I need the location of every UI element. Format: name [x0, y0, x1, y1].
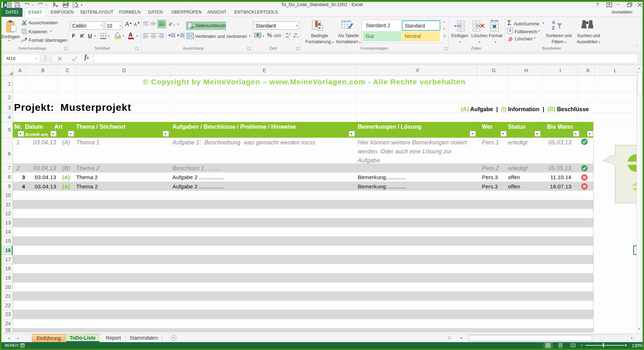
svg-text:A: A: [552, 20, 555, 25]
svg-text:≠: ≠: [318, 26, 321, 30]
svg-text:,0: ,0: [288, 33, 291, 35]
svg-text:Z: Z: [552, 25, 555, 30]
svg-text:,0: ,0: [296, 36, 298, 38]
svg-text:,00: ,00: [294, 33, 297, 35]
svg-text:ab: ab: [169, 21, 173, 27]
svg-text:00: 00: [286, 36, 289, 38]
